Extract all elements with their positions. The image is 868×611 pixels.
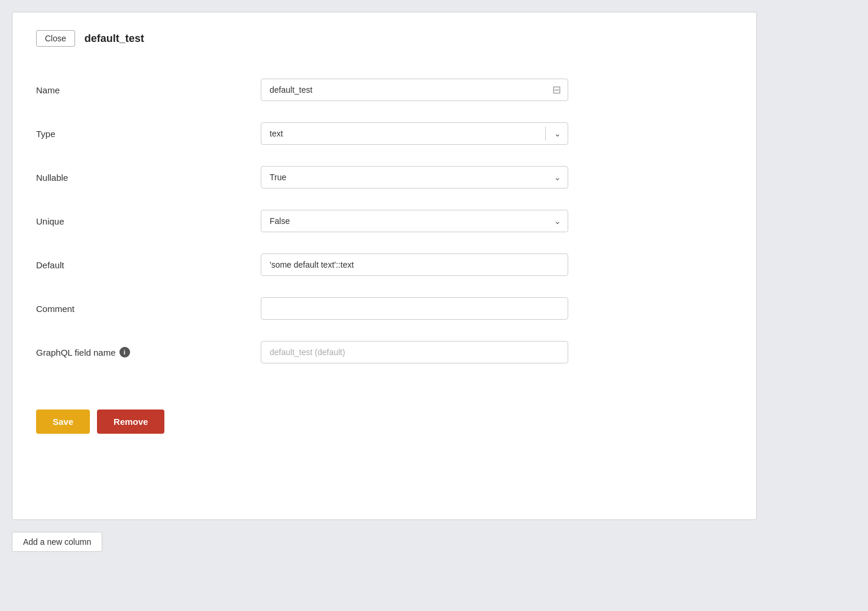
name-label: Name <box>36 85 261 95</box>
name-row: Name ⊟ <box>36 68 733 112</box>
close-button[interactable]: Close <box>36 30 75 47</box>
nullable-select-container: True False ⌄ <box>261 166 568 188</box>
save-button[interactable]: Save <box>36 410 90 434</box>
graphql-field-name-input[interactable] <box>261 341 568 363</box>
unique-row: Unique True False ⌄ <box>36 199 733 243</box>
default-label: Default <box>36 260 261 270</box>
unique-select-wrapper: True False ⌄ <box>261 210 568 232</box>
unique-select-container: True False ⌄ <box>261 210 568 232</box>
nullable-select-wrapper: True False ⌄ <box>261 166 568 188</box>
name-input-container: ⊟ <box>261 79 568 101</box>
footer-buttons: Save Remove <box>36 410 733 434</box>
type-row: Type text integer bigint boolean date ti… <box>36 112 733 155</box>
panel-title: default_test <box>85 32 144 45</box>
main-panel: Close default_test Name ⊟ Type text inte… <box>12 12 757 520</box>
name-input-wrapper: ⊟ <box>261 79 568 101</box>
nullable-label: Nullable <box>36 173 261 183</box>
default-row: Default <box>36 243 733 287</box>
comment-input[interactable] <box>261 297 568 320</box>
unique-select[interactable]: True False <box>261 210 568 232</box>
type-label: Type <box>36 129 261 139</box>
default-input[interactable] <box>261 254 568 276</box>
name-input[interactable] <box>261 79 568 101</box>
add-column-button[interactable]: Add a new column <box>12 532 102 552</box>
comment-row: Comment <box>36 287 733 330</box>
graphql-label: GraphQL field name i <box>36 347 261 358</box>
remove-button[interactable]: Remove <box>97 410 164 434</box>
type-select-wrapper: text integer bigint boolean date timesta… <box>261 122 568 145</box>
type-select-container: text integer bigint boolean date timesta… <box>261 122 568 145</box>
form-section: Name ⊟ Type text integer bigint boolean <box>36 68 733 374</box>
comment-label: Comment <box>36 304 261 314</box>
graphql-input-wrapper <box>261 341 568 363</box>
type-select[interactable]: text integer bigint boolean date timesta… <box>261 122 568 145</box>
nullable-row: Nullable True False ⌄ <box>36 155 733 199</box>
graphql-info-icon: i <box>119 347 130 358</box>
comment-input-wrapper <box>261 297 568 320</box>
nullable-select[interactable]: True False <box>261 166 568 188</box>
panel-header: Close default_test <box>36 30 733 47</box>
graphql-row: GraphQL field name i <box>36 330 733 374</box>
unique-label: Unique <box>36 216 261 226</box>
default-input-wrapper <box>261 254 568 276</box>
